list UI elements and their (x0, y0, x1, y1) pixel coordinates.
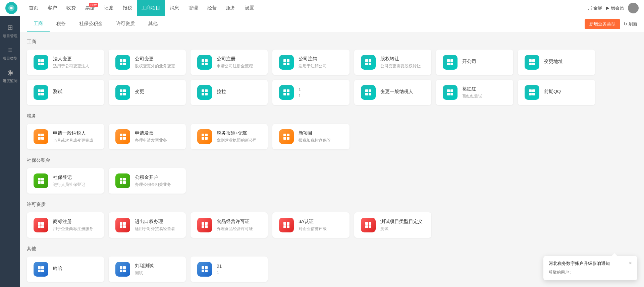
nav-item-记账[interactable]: 记账 (99, 0, 118, 16)
nav-item-票据[interactable]: 票据new (80, 0, 99, 16)
card-变更一般纳税人[interactable]: 变更一般纳税人 (354, 80, 431, 105)
tab-社保公积金[interactable]: 社保公积金 (72, 16, 109, 32)
card-desc-食品经营许可证: 办理食品经营许可证 (217, 226, 261, 232)
nav-item-管理[interactable]: 管理 (184, 0, 203, 16)
sidebar-label-项目管理: 项目管理 (3, 33, 17, 39)
card-前期QQ[interactable]: 前期QQ (518, 80, 595, 105)
card-21[interactable]: 211 (191, 257, 268, 282)
card-进出口权办理[interactable]: 进出口权办理适用于对外贸易经营者 (109, 212, 186, 238)
card-股权转让[interactable]: 股权转让公司变更需要股权转让 (354, 50, 431, 75)
fullscreen-btn[interactable]: ⛶ 全屏 (588, 5, 602, 11)
sidebar: ⊞ 项目管理 ≡ 项目类型 ◉ 进度监测 (0, 16, 20, 287)
svg-rect-98 (365, 225, 368, 228)
card-info-测试项目类型目定义: 测试项目类型目定义测试 (380, 219, 425, 232)
card-食品经营许可证[interactable]: 食品经营许可证办理食品经营许可证 (191, 212, 268, 238)
card-info-刘聪测试: 刘聪测试测试 (135, 263, 179, 276)
svg-rect-66 (202, 137, 204, 140)
svg-rect-35 (123, 93, 126, 95)
card-测试项目类型目定义[interactable]: 测试项目类型目定义测试 (354, 212, 431, 238)
section-社保公积金: 社保公积金社保登记进行人员社保登记公积金开户办理公积金相关业务 (27, 157, 637, 194)
new-type-button[interactable]: 新增业务类型 (585, 19, 620, 29)
card-申请发票[interactable]: 申请发票办理申请发票业务 (109, 124, 186, 149)
card-info-公司注册: 公司注册申请公司注册全流程 (217, 56, 261, 69)
svg-rect-89 (205, 222, 208, 225)
notification-body: 尊敬的用户： (549, 269, 632, 276)
refresh-icon: ↻ (624, 21, 627, 26)
member-btn[interactable]: ▶ 畅会员 (606, 5, 624, 11)
card-变更地址[interactable]: 变更地址 (518, 50, 595, 75)
tab-工商[interactable]: 工商 (27, 16, 50, 32)
card-哈哈[interactable]: 哈哈 (27, 257, 104, 282)
svg-rect-22 (447, 63, 450, 65)
card-新项目[interactable]: 新项目报税加税控盘保管 (272, 124, 350, 149)
cards-grid-工商: 法人变更适用于公司变更法人公司变更股权变更外的业务变更公司注册申请公司注册全流程… (27, 50, 637, 105)
card-icon-申请发票 (115, 129, 130, 144)
card-刘聪测试[interactable]: 刘聪测试测试 (109, 257, 186, 282)
notification-header: 河北税务数字账户升级影响通知 × (549, 261, 632, 267)
card-desc-公积金开户: 办理公积金相关业务 (135, 182, 179, 188)
svg-rect-80 (38, 222, 41, 225)
card-info-1: 11 (299, 87, 343, 98)
logo[interactable] (5, 2, 17, 14)
card-1[interactable]: 11 (272, 80, 350, 105)
card-法人变更[interactable]: 法人变更适用于公司变更法人 (27, 50, 104, 75)
card-desc-股权转让: 公司变更需要股权转让 (380, 63, 425, 69)
card-icon-测试 (34, 85, 48, 100)
card-name-刘聪测试: 刘聪测试 (135, 263, 179, 269)
svg-rect-73 (41, 178, 44, 181)
section-title-税务: 税务 (27, 113, 637, 119)
sidebar-item-项目类型[interactable]: ≡ 项目类型 (0, 42, 20, 64)
sidebar-item-进度监测[interactable]: ◉ 进度监测 (0, 64, 20, 87)
nav-item-工商项目[interactable]: 工商项目 (137, 0, 165, 16)
notification-close-button[interactable]: × (629, 261, 632, 266)
nav-badge-票据: new (89, 3, 98, 7)
nav-item-客户[interactable]: 客户 (43, 0, 62, 16)
fullscreen-label: 全屏 (593, 5, 602, 11)
card-icon-社保登记 (34, 173, 48, 188)
card-变更[interactable]: 变更 (109, 80, 186, 105)
nav-item-经营[interactable]: 经营 (203, 0, 221, 16)
svg-rect-8 (202, 59, 204, 62)
card-社保登记[interactable]: 社保登记进行人员社保登记 (27, 168, 104, 194)
card-税务报道+记账[interactable]: 税务报道+记账拿到营业执照的新公司 (191, 124, 268, 149)
card-公积金开户[interactable]: 公积金开户办理公积金相关业务 (109, 168, 186, 194)
card-info-变更: 变更 (135, 89, 179, 96)
sidebar-item-项目管理[interactable]: ⊞ 项目管理 (0, 19, 20, 42)
svg-rect-97 (369, 222, 371, 225)
card-公司注册[interactable]: 公司注册申请公司注册全流程 (191, 50, 268, 75)
tab-税务[interactable]: 税务 (50, 16, 72, 32)
nav-item-服务[interactable]: 服务 (221, 0, 240, 16)
nav-item-报税[interactable]: 报税 (118, 0, 137, 16)
card-icon-葛红红 (443, 85, 458, 100)
svg-rect-45 (369, 89, 371, 92)
card-拉拉[interactable]: 拉拉 (191, 80, 268, 105)
nav-item-收费[interactable]: 收费 (62, 0, 80, 16)
svg-rect-92 (283, 222, 286, 225)
card-申请一般纳税人[interactable]: 申请一般纳税人当月或次月成变更完成 (27, 124, 104, 149)
nav-item-设置[interactable]: 设置 (240, 0, 259, 16)
card-name-前期QQ: 前期QQ (544, 89, 588, 95)
card-公司变更[interactable]: 公司变更股权变更外的业务变更 (109, 50, 186, 75)
card-3A认证[interactable]: 3A认证对企业信誉评级 (272, 212, 350, 238)
refresh-button[interactable]: ↻ 刷新 (624, 21, 637, 27)
card-公司注销[interactable]: 公司注销适用于注销公司 (272, 50, 350, 75)
nav-item-消息[interactable]: 消息 (165, 0, 184, 16)
card-info-法人变更: 法人变更适用于公司变更法人 (53, 56, 97, 69)
card-desc-公司注销: 适用于注销公司 (299, 63, 343, 69)
svg-rect-0 (38, 59, 41, 62)
card-icon-拉拉 (197, 85, 212, 100)
svg-rect-64 (202, 134, 204, 136)
card-icon-刘聪测试 (115, 262, 130, 277)
nav-item-首页[interactable]: 首页 (24, 0, 43, 16)
card-葛红红[interactable]: 葛红红葛红红测试 (436, 80, 513, 105)
card-商标注册[interactable]: 商标注册用于企业商标注册服务 (27, 212, 104, 238)
card-开公司[interactable]: 开公司 (436, 50, 513, 75)
tab-其他[interactable]: 其他 (142, 16, 164, 32)
svg-rect-50 (447, 93, 450, 95)
avatar[interactable] (628, 3, 639, 13)
tab-许可资质[interactable]: 许可资质 (109, 16, 142, 32)
card-测试[interactable]: 测试 (27, 80, 104, 105)
sidebar-icon-项目类型: ≡ (5, 45, 15, 55)
svg-rect-99 (369, 225, 371, 228)
card-name-法人变更: 法人变更 (53, 56, 97, 62)
